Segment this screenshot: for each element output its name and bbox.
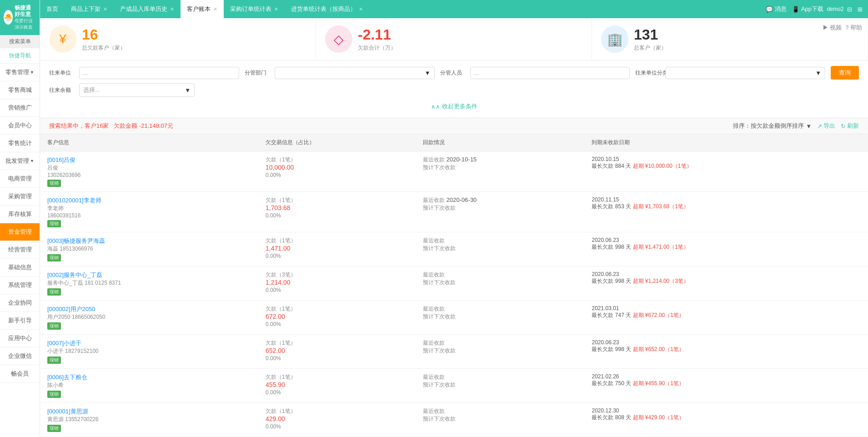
overdue-link[interactable]: 超期 ¥455.90（1笔） bbox=[633, 380, 684, 387]
video-btn[interactable]: ▶ 视频 bbox=[823, 24, 842, 32]
close-icon[interactable]: ✕ bbox=[213, 6, 217, 12]
chevron-down-icon: ▼ bbox=[815, 70, 821, 76]
sidebar-item-label: 采购管理 bbox=[8, 193, 32, 200]
phone-icon: 📱 bbox=[792, 6, 799, 13]
total-customers-num: 131 bbox=[634, 26, 667, 43]
sidebar-item-membership[interactable]: 会员中心 bbox=[0, 117, 40, 135]
close-icon[interactable]: ✕ bbox=[103, 6, 107, 12]
refresh-icon: ↻ bbox=[841, 123, 846, 130]
debt-amount[interactable]: 652.00 bbox=[266, 347, 408, 354]
dept-input[interactable]: ▼ bbox=[275, 67, 435, 79]
debt-amount[interactable]: 672.00 bbox=[266, 313, 408, 320]
query-button[interactable]: 查询 bbox=[831, 66, 859, 80]
expand-window-icon[interactable]: ⊞ bbox=[858, 6, 863, 13]
tab-purchase-product[interactable]: 进货单统计表（按商品） ✕ bbox=[285, 0, 369, 18]
debt-amount[interactable]: 1,703.68 bbox=[266, 204, 408, 211]
close-icon[interactable]: ✕ bbox=[170, 6, 174, 12]
customer-id-link[interactable]: [0006]去下粮仓 bbox=[47, 373, 251, 382]
customer-info-cell: [0003]畅捷服务尹海蕊 海蕊 18513066976 现销 bbox=[40, 232, 258, 266]
customer-id-link[interactable]: [0003]畅捷服务尹海蕊 bbox=[47, 237, 251, 245]
sidebar-item-purchase[interactable]: 采购管理 bbox=[0, 188, 40, 206]
search-menu[interactable]: 搜索菜单 bbox=[0, 35, 40, 48]
debt-amount[interactable]: 455.90 bbox=[266, 381, 408, 388]
sidebar-item-basic-info[interactable]: 基础信息 bbox=[0, 259, 40, 276]
customer-id-link[interactable]: [000001]黄思源 bbox=[47, 407, 251, 416]
customer-id-link[interactable]: [0001020001]李老师 bbox=[47, 196, 251, 205]
overdue-link[interactable]: 超期 ¥1,214.00（3笔） bbox=[633, 278, 689, 284]
overdue-link[interactable]: 超期 ¥429.00（1笔） bbox=[633, 414, 684, 421]
avatar[interactable]: demo2 bbox=[829, 3, 842, 15]
collapse-row: ∧∧ 收起更多条件 bbox=[49, 100, 859, 112]
overdue-link[interactable]: 超期 ¥1,703.68（1笔） bbox=[633, 203, 689, 210]
from-unit-input[interactable]: ... bbox=[79, 67, 239, 79]
quick-nav[interactable]: 快捷导航 bbox=[0, 48, 40, 64]
sidebar-item-finance[interactable]: 资金管理 bbox=[0, 223, 40, 241]
sidebar-item-member-plus[interactable]: 畅会员 bbox=[0, 365, 40, 383]
app-download-btn[interactable]: 📱 App下载 bbox=[792, 5, 823, 13]
tab-product-history[interactable]: 产成品入库单历史 ✕ bbox=[114, 0, 181, 18]
sidebar-item-retail-mgmt[interactable]: 零售管理 ▼ bbox=[0, 64, 40, 81]
recent-collect-label: 最近收款 2020-06-30 bbox=[423, 196, 577, 204]
sidebar-item-corp-wx[interactable]: 企业微信 bbox=[0, 347, 40, 365]
overdue-link[interactable]: 超期 ¥1,471.00（1笔） bbox=[633, 244, 689, 250]
close-icon[interactable]: ✕ bbox=[274, 6, 278, 12]
overdue-days: 最长欠款 884 天 超期 ¥10,000.00（1笔） bbox=[592, 162, 861, 170]
debt-info-cell: 欠款（1笔） 10,000.00 0.00% bbox=[258, 151, 416, 192]
results-text: 搜索结果中，客户16家 欠款金额 -21,148.07元 bbox=[49, 122, 173, 129]
balance-input[interactable]: 选择... ▼ bbox=[79, 83, 195, 97]
sidebar-item-retail-mall[interactable]: 零售商城 bbox=[0, 81, 40, 99]
customer-info-cell: [000002]用户2050 用户2050 18665062050 现销 bbox=[40, 301, 258, 335]
sidebar-item-label: 经营管理 bbox=[8, 246, 32, 253]
debt-info-cell: 欠款（3笔） 1,214.00 0.00% bbox=[258, 266, 416, 301]
chevron-down-icon: ▼ bbox=[806, 123, 812, 130]
unit-category-input[interactable]: ▼ bbox=[665, 67, 825, 79]
customer-id-link[interactable]: [0007]小进干 bbox=[47, 339, 251, 347]
debt-amount[interactable]: 10,000.00 bbox=[266, 164, 408, 171]
sort-select[interactable]: 排序：按欠款金额倒序排序 ▼ bbox=[733, 122, 812, 130]
next-collect-label: 预计下次收款 bbox=[423, 381, 577, 389]
refresh-button[interactable]: ↻ 刷新 bbox=[841, 122, 859, 130]
tab-home[interactable]: 首页 bbox=[40, 0, 65, 18]
sidebar-item-label: 电商管理 bbox=[8, 175, 32, 182]
customer-id-link[interactable]: [000002]用户2050 bbox=[47, 305, 251, 313]
sidebar-item-newbie[interactable]: 新手引导 bbox=[0, 312, 40, 330]
sidebar-item-batch-mgmt[interactable]: 批发管理 ▼ bbox=[0, 152, 40, 170]
tab-customer-account[interactable]: 客户账本 ✕ bbox=[181, 0, 224, 18]
close-icon[interactable]: ✕ bbox=[359, 6, 363, 12]
sidebar-item-corp-coop[interactable]: 企业协同 bbox=[0, 294, 40, 312]
sidebar-item-system[interactable]: 系统管理 bbox=[0, 276, 40, 294]
message-btn[interactable]: 💬 消息 bbox=[766, 5, 787, 13]
debt-amount[interactable]: 1,471.00 bbox=[266, 245, 408, 252]
overdue-link[interactable]: 超期 ¥672.00（1笔） bbox=[633, 312, 684, 318]
sidebar-item-ecommerce[interactable]: 电商管理 bbox=[0, 170, 40, 188]
overdue-link[interactable]: 超期 ¥652.00（1笔） bbox=[633, 346, 684, 352]
sidebar-item-operations[interactable]: 经营管理 bbox=[0, 241, 40, 259]
chevron-down-icon: ▼ bbox=[30, 70, 34, 75]
table-row: [000001]黄思源 黄思源 13552700226 现销 欠款（1笔） 42… bbox=[40, 403, 868, 437]
debt-amount[interactable]: 1,214.00 bbox=[266, 279, 408, 286]
customer-id-link[interactable]: [0016]吕俊 bbox=[47, 156, 251, 164]
sidebar-item-app-center[interactable]: 应用中心 bbox=[0, 330, 40, 347]
customer-id-link[interactable]: [0002]服务中心_丁磊 bbox=[47, 271, 251, 279]
dept-label: 分管部门 bbox=[245, 69, 272, 77]
tab-purchase-stats[interactable]: 采购订单统计表 ✕ bbox=[224, 0, 285, 18]
summary-card-total-customers: 🏢 131 总客户（家） ▶ 视频 ? 帮助 bbox=[592, 18, 868, 60]
customer-phone: 小进干 18279152100 bbox=[47, 347, 251, 355]
person-input[interactable]: ... bbox=[470, 67, 630, 79]
sidebar-item-label: 资金管理 bbox=[8, 228, 32, 235]
collapse-button[interactable]: ∧∧ 收起更多条件 bbox=[431, 102, 477, 111]
tab-product-shelf[interactable]: 商品上下架 ✕ bbox=[65, 0, 114, 18]
sort-label: 排序：按欠款金额倒序排序 bbox=[733, 122, 804, 130]
sidebar-nav: 零售管理 ▼ 零售商城 营销推广 会员中心 零售统计 批发管理 ▼ 电商管理 采… bbox=[0, 64, 40, 437]
overdue-link[interactable]: 超期 ¥10,000.00（1笔） bbox=[633, 163, 692, 169]
sidebar-item-marketing[interactable]: 营销推广 bbox=[0, 99, 40, 117]
sidebar-item-retail-stats[interactable]: 零售统计 bbox=[0, 135, 40, 152]
filter-unit-category: 往来单位分类 ▼ bbox=[635, 67, 825, 79]
total-customers-label: 总客户（家） bbox=[634, 44, 667, 52]
debt-amount[interactable]: 429.00 bbox=[266, 415, 408, 422]
sidebar-item-inventory[interactable]: 库存核算 bbox=[0, 206, 40, 223]
export-button[interactable]: ↗ 导出 bbox=[817, 122, 835, 130]
recent-collect-label: 最近收款 2020-10-15 bbox=[423, 156, 577, 164]
collapse-window-icon[interactable]: ⊟ bbox=[847, 6, 852, 13]
help-btn[interactable]: ? 帮助 bbox=[845, 24, 862, 32]
